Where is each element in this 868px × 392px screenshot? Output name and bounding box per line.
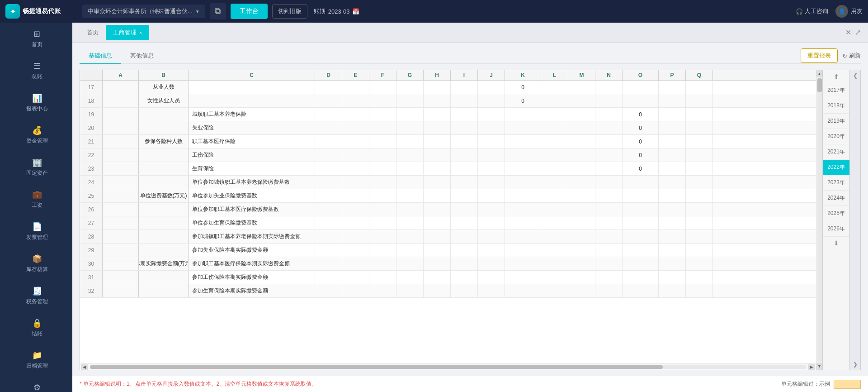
cell-21-n[interactable] [595,135,623,148]
cell-20-a[interactable] [103,121,139,134]
cell-25-n[interactable] [595,189,623,202]
copy-button[interactable] [210,3,226,19]
cell-27-n[interactable] [595,216,623,229]
cell-21-j[interactable] [478,135,505,148]
cell-31-g[interactable] [396,271,424,284]
cell-27-m[interactable] [568,216,595,229]
cell-20-p[interactable] [659,121,686,134]
cell-18-o[interactable] [623,94,659,107]
cell-18-e[interactable] [342,94,369,107]
cell-20-k[interactable] [505,121,541,134]
sidebar-item-home[interactable]: ⊞首页 [0,23,72,55]
cell-25-l[interactable] [541,189,568,202]
cell-20-h[interactable] [424,121,451,134]
cell-20-c[interactable]: 失业保险 [189,121,315,134]
sidebar-item-archive[interactable]: 📁归档管理 [0,344,72,376]
cell-29-q[interactable] [686,244,713,257]
cell-22-l[interactable] [541,148,568,162]
cell-22-j[interactable] [478,148,505,162]
cell-27-i[interactable] [451,216,478,229]
cell-23-q[interactable] [686,162,713,175]
cell-27-o[interactable] [623,216,659,229]
table-row[interactable]: 21参保各险种人数职工基本医疗保险0 [80,135,816,148]
cell-23-l[interactable] [541,162,568,175]
cell-23-c[interactable]: 生育保险 [189,162,315,175]
cell-26-b[interactable] [139,203,189,216]
cell-20-g[interactable] [396,121,424,134]
cell-30-m[interactable] [568,257,595,270]
cell-24-c[interactable]: 单位参加城镇职工基本养老保险缴费基数 [189,176,315,189]
cell-32-q[interactable] [686,284,713,297]
cell-23-o[interactable]: 0 [623,162,659,175]
cell-32-o[interactable] [623,284,659,297]
cell-25-m[interactable] [568,189,595,202]
cell-30-h[interactable] [424,257,451,270]
cell-21-f[interactable] [369,135,396,148]
v-scroll-up[interactable]: ▲ [816,70,823,77]
cell-29-h[interactable] [424,244,451,257]
cell-24-d[interactable] [315,176,342,189]
cell-24-l[interactable] [541,176,568,189]
cell-17-i[interactable] [451,81,478,94]
tab-active-commerce[interactable]: 工商管理 × [106,25,149,40]
cell-28-f[interactable] [369,230,396,243]
cell-28-e[interactable] [342,230,369,243]
cell-19-j[interactable] [478,108,505,121]
cell-19-d[interactable] [315,108,342,121]
cell-18-b[interactable]: 女性从业人员 [139,94,189,107]
sidebar-item-salary[interactable]: 💼工资 [0,183,72,215]
cell-26-k[interactable] [505,203,541,216]
cell-30-p[interactable] [659,257,686,270]
cell-24-a[interactable] [103,176,139,189]
cell-28-b[interactable] [139,230,189,243]
table-row[interactable]: 31参加工伤保险本期实际缴费金额 [80,271,816,284]
cell-31-o[interactable] [623,271,659,284]
cell-18-m[interactable] [568,94,595,107]
cell-31-j[interactable] [478,271,505,284]
cell-21-h[interactable] [424,135,451,148]
cell-19-p[interactable] [659,108,686,121]
cell-29-i[interactable] [451,244,478,257]
cell-24-n[interactable] [595,176,623,189]
cell-22-o[interactable]: 0 [623,148,659,162]
cell-23-e[interactable] [342,162,369,175]
cell-31-f[interactable] [369,271,396,284]
cell-28-d[interactable] [315,230,342,243]
cell-20-o[interactable]: 0 [623,121,659,134]
cell-21-d[interactable] [315,135,342,148]
cell-26-m[interactable] [568,203,595,216]
cell-25-c[interactable]: 单位参加失业保险缴费基数 [189,189,315,202]
cell-18-f[interactable] [369,94,396,107]
cell-22-k[interactable] [505,148,541,162]
cell-19-n[interactable] [595,108,623,121]
table-row[interactable]: 25单位缴费基数(万元)单位参加失业保险缴费基数 [80,189,816,203]
cell-27-e[interactable] [342,216,369,229]
table-row[interactable]: 26单位参加职工基本医疗保险缴费基数 [80,203,816,216]
table-row[interactable]: 23生育保险0 [80,162,816,176]
switch-version-button[interactable]: 切到旧版 [272,4,307,19]
cell-22-i[interactable] [451,148,478,162]
cell-25-j[interactable] [478,189,505,202]
cell-29-j[interactable] [478,244,505,257]
calendar-icon[interactable]: 📅 [352,8,359,15]
cell-22-a[interactable] [103,148,139,162]
cell-30-l[interactable] [541,257,568,270]
reset-report-button[interactable]: 重置报表 [801,48,838,63]
cell-20-l[interactable] [541,121,568,134]
cell-30-o[interactable] [623,257,659,270]
cell-24-h[interactable] [424,176,451,189]
cell-32-i[interactable] [451,284,478,297]
sub-tab-other[interactable]: 其他信息 [121,48,163,64]
company-selector[interactable]: 中审众环会计师事务所（特殊普通合伙... ▼ [82,5,205,18]
cell-20-m[interactable] [568,121,595,134]
cell-18-a[interactable] [103,94,139,107]
cell-23-k[interactable] [505,162,541,175]
cell-22-q[interactable] [686,148,713,162]
cell-26-c[interactable]: 单位参加职工基本医疗保险缴费基数 [189,203,315,216]
cell-22-m[interactable] [568,148,595,162]
cell-32-a[interactable] [103,284,139,297]
cell-24-j[interactable] [478,176,505,189]
cell-19-h[interactable] [424,108,451,121]
cell-21-o[interactable]: 0 [623,135,659,148]
cell-17-d[interactable] [315,81,342,94]
